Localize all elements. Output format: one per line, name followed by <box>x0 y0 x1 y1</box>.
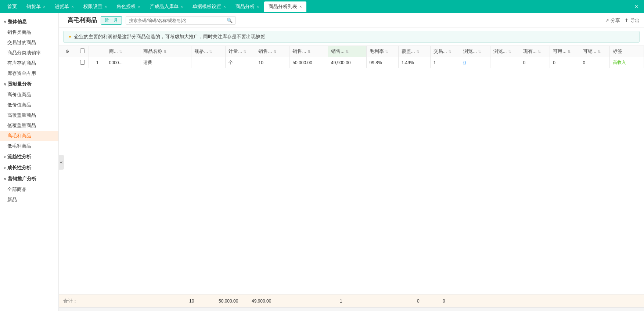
close-icon[interactable]: × <box>138 4 140 9</box>
th-sales2[interactable]: 销售... ⇅ <box>289 46 328 57</box>
sidebar-item-all-goods[interactable]: 全部商品 <box>0 184 58 195</box>
share-button[interactable]: ↗ 分享 <box>605 17 620 24</box>
footer-sales1: 10 <box>186 298 216 304</box>
sidebar-toggle-button[interactable]: « <box>59 155 64 170</box>
bottom-scrollbar[interactable] <box>59 307 644 311</box>
tab-permission-label: 权限设置 <box>83 3 102 10</box>
sidebar-group-overall[interactable]: ∨ 整体信息 <box>0 16 58 27</box>
th-stock2[interactable]: 可用... ⇅ <box>550 46 580 57</box>
th-browse1[interactable]: 浏览... ⇅ <box>460 46 490 57</box>
th-stock3[interactable]: 可销... ⇅ <box>580 46 609 57</box>
tab-product-in[interactable]: 产成品入库单 × <box>145 1 187 12</box>
tab-sales[interactable]: 销货单 × <box>22 1 50 12</box>
cell-trade: 1 <box>430 57 460 68</box>
sidebar-item-low-value[interactable]: 低价值商品 <box>0 100 58 110</box>
window-close-button[interactable]: × <box>632 3 641 10</box>
sidebar: ∨ 整体信息 销售类商品 交易过的商品 商品分类助销率 有库存的商品 库存资金占… <box>0 13 59 311</box>
cell-browse1[interactable]: 0 <box>460 57 490 68</box>
tab-role[interactable]: 角色授权 × <box>112 1 144 12</box>
th-sales3[interactable]: 销售... ⇅ <box>328 46 367 57</box>
sidebar-group-contribution-label: 贡献量分析 <box>8 81 32 87</box>
th-unit[interactable]: 计量... ⇅ <box>226 46 255 57</box>
tab-purchase[interactable]: 进货单 × <box>50 1 78 12</box>
footer-spacer2 <box>282 298 337 304</box>
th-name[interactable]: 商品名称 ⇅ <box>140 46 191 57</box>
tab-analysis-list[interactable]: 商品分析列表 × <box>264 1 306 12</box>
table-header-row: ⚙ 商... ⇅ 商品名称 ⇅ 规格... ⇅ 计量... ⇅ 销售... ⇅ … <box>59 46 644 57</box>
sidebar-group-growth[interactable]: > 成长性分析 <box>0 162 58 173</box>
chevron-right-icon: > <box>4 155 6 159</box>
main-layout: ∨ 整体信息 销售类商品 交易过的商品 商品分类助销率 有库存的商品 库存资金占… <box>0 13 644 311</box>
sidebar-group-flow[interactable]: > 流趋性分析 <box>0 151 58 162</box>
th-browse2[interactable]: 浏览... ⇅ <box>490 46 520 57</box>
row-checkbox[interactable] <box>80 60 85 65</box>
close-icon[interactable]: × <box>43 4 45 9</box>
tab-sales-label: 销货单 <box>26 3 41 10</box>
tab-template[interactable]: 单据模板设置 × <box>188 1 230 12</box>
th-gross-rate[interactable]: 毛利率 ⇅ <box>366 46 398 57</box>
close-icon[interactable]: × <box>299 4 302 9</box>
sidebar-group-contribution[interactable]: ∨ 贡献量分析 <box>0 79 58 90</box>
tab-template-label: 单据模板设置 <box>193 3 221 10</box>
close-icon[interactable]: × <box>223 4 226 9</box>
th-coverage[interactable]: 覆盖... ⇅ <box>398 46 430 57</box>
sort-icon: ⇅ <box>307 50 310 54</box>
sidebar-item-low-margin[interactable]: 低毛利商品 <box>0 141 58 151</box>
search-icon[interactable]: 🔍 <box>227 18 233 23</box>
chevron-down-icon: ∨ <box>4 20 6 24</box>
footer-trade: 1 <box>337 298 363 304</box>
th-sales1[interactable]: 销售... ⇅ <box>255 46 289 57</box>
tab-analysis[interactable]: 商品分析 × <box>231 1 263 12</box>
sidebar-item-high-margin[interactable]: 高毛利商品 <box>0 131 58 141</box>
sidebar-group-growth-label: 成长性分析 <box>7 164 31 171</box>
cell-index: 1 <box>89 57 106 68</box>
sidebar-item-traded-goods[interactable]: 交易过的商品 <box>0 37 58 48</box>
sidebar-item-stock-funds[interactable]: 库存资金占用 <box>0 68 58 79</box>
cell-gross-rate: 99.8% <box>366 57 398 68</box>
cell-spec <box>191 57 226 68</box>
sidebar-group-flow-label: 流趋性分析 <box>7 153 31 160</box>
close-icon[interactable]: × <box>71 4 73 9</box>
close-icon[interactable]: × <box>105 4 107 9</box>
sort-icon: ⇅ <box>209 50 212 54</box>
cell-checkbox[interactable] <box>76 57 89 68</box>
th-index <box>89 46 106 57</box>
sidebar-group-marketing[interactable]: ∨ 营销推广分析 <box>0 173 58 184</box>
header-actions: ↗ 分享 ⬆ 导出 <box>605 17 640 24</box>
content-area: « 高毛利商品 近一月 🔍 ↗ 分享 ⬆ 导出 ✦ <box>59 13 644 311</box>
sidebar-item-low-coverage[interactable]: 低覆盖量商品 <box>0 120 58 131</box>
footer-spacer3 <box>363 298 414 304</box>
select-all-checkbox[interactable] <box>80 48 85 53</box>
sidebar-item-in-stock[interactable]: 有库存的商品 <box>0 58 58 68</box>
page-title: 高毛利商品 <box>68 17 97 24</box>
sidebar-item-high-coverage[interactable]: 高覆盖量商品 <box>0 110 58 120</box>
search-input[interactable] <box>129 18 225 23</box>
time-filter-button[interactable]: 近一月 <box>101 16 122 25</box>
tab-permission[interactable]: 权限设置 × <box>79 1 111 12</box>
sort-icon: ⇅ <box>508 50 511 54</box>
info-bar: ✦ 企业的主要的利润都是这部分商品创造的，可考虑加大推广，同时关注库存是不要出现… <box>63 31 640 43</box>
close-icon[interactable]: × <box>257 4 259 9</box>
cell-name: 运费 <box>140 57 191 68</box>
chevron-down-icon: ∨ <box>4 177 6 181</box>
export-button[interactable]: ⬆ 导出 <box>625 17 640 24</box>
th-checkbox[interactable] <box>76 46 89 57</box>
th-stock1[interactable]: 现有... ⇅ <box>520 46 550 57</box>
sidebar-item-sales-goods[interactable]: 销售类商品 <box>0 27 58 37</box>
sidebar-item-high-value[interactable]: 高价值商品 <box>0 90 58 100</box>
sidebar-item-category-rate[interactable]: 商品分类助销率 <box>0 48 58 58</box>
th-spec[interactable]: 规格... ⇅ <box>191 46 226 57</box>
close-icon[interactable]: × <box>181 4 183 9</box>
tab-product-in-label: 产成品入库单 <box>150 3 179 10</box>
th-code[interactable]: 商... ⇅ <box>106 46 140 57</box>
data-table: ⚙ 商... ⇅ 商品名称 ⇅ 规格... ⇅ 计量... ⇅ 销售... ⇅ … <box>59 46 644 68</box>
tab-home[interactable]: 首页 <box>3 1 21 12</box>
table-row: 1 0000... 运费 个 10 50,000.00 49,900.00 99… <box>59 57 644 68</box>
table-container[interactable]: ⚙ 商... ⇅ 商品名称 ⇅ 规格... ⇅ 计量... ⇅ 销售... ⇅ … <box>59 46 644 294</box>
sidebar-item-new-goods[interactable]: 新品 <box>0 195 58 205</box>
cell-stock1: 0 <box>520 57 550 68</box>
th-trade[interactable]: 交易... ⇅ <box>430 46 460 57</box>
th-settings[interactable]: ⚙ <box>59 46 76 57</box>
tab-analysis-label: 商品分析 <box>235 3 255 10</box>
cell-stock3: 0 <box>580 57 609 68</box>
